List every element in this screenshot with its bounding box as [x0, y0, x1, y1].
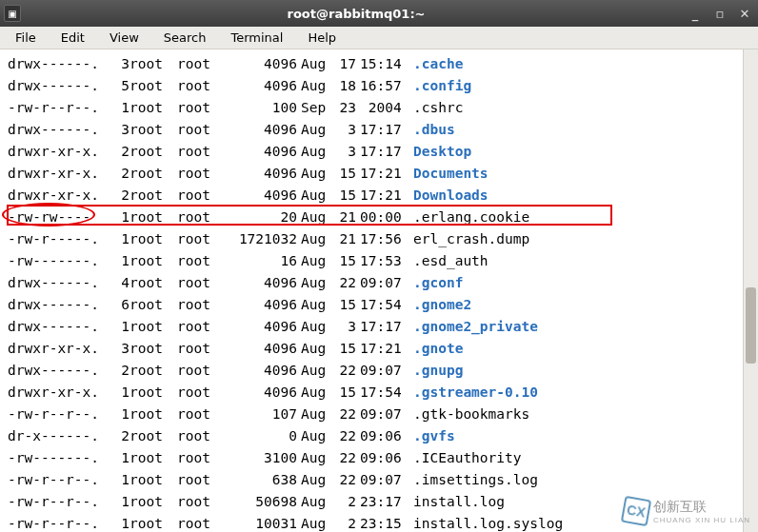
col-filename: .gvfs: [413, 425, 455, 447]
col-month: Aug: [301, 404, 335, 425]
col-links: 1: [110, 469, 130, 491]
close-button[interactable]: ✕: [735, 5, 754, 22]
col-time: 23:15: [360, 513, 413, 532]
col-month: Aug: [301, 141, 335, 163]
listing-row: drwx------.2 rootroot4096Aug2209:07.gnup…: [8, 360, 752, 382]
col-size: 4096: [225, 316, 301, 338]
titlebar[interactable]: ▣ root@rabbitmq01:~ _ ▫ ✕: [0, 0, 758, 27]
col-filename: .imsettings.log: [413, 469, 538, 491]
col-size: 10031: [225, 513, 301, 532]
col-day: 15: [335, 163, 360, 185]
col-links: 3: [110, 338, 130, 360]
col-day: 22: [335, 447, 360, 469]
col-size: 4096: [225, 163, 301, 185]
col-filename: .erlang.cookie: [413, 207, 529, 228]
col-filename: install.log: [413, 491, 505, 513]
scrollbar[interactable]: [743, 49, 758, 532]
col-filename: .esd_auth: [413, 250, 489, 272]
col-time: 17:54: [360, 382, 413, 404]
col-size: 638: [225, 469, 301, 491]
listing-row: drwx------.3 rootroot4096Aug1715:14.cach…: [8, 53, 752, 75]
col-size: 4096: [225, 338, 301, 360]
col-month: Aug: [301, 185, 335, 207]
col-group: root: [177, 316, 225, 338]
listing-row: drwx------.5 rootroot4096Aug1816:57.conf…: [8, 75, 752, 97]
col-owner: root: [130, 250, 177, 272]
col-month: Aug: [301, 294, 335, 316]
col-month: Aug: [301, 382, 335, 404]
col-size: 16: [225, 250, 301, 272]
col-month: Aug: [301, 469, 335, 491]
col-month: Aug: [301, 53, 335, 75]
window-title: root@rabbitmq01:~: [27, 7, 686, 21]
listing-row: dr-x------.2 rootroot0Aug2209:06.gvfs: [8, 425, 752, 447]
col-time: 00:00: [360, 207, 413, 228]
menu-terminal[interactable]: Terminal: [221, 29, 292, 47]
col-links: 1: [110, 228, 130, 250]
col-group: root: [177, 250, 225, 272]
col-day: 22: [335, 469, 360, 491]
col-time: 17:17: [360, 119, 413, 141]
menu-help[interactable]: Help: [298, 29, 346, 47]
col-size: 4096: [225, 141, 301, 163]
col-time: 09:07: [360, 360, 413, 382]
col-time: 17:17: [360, 141, 413, 163]
col-size: 4096: [225, 75, 301, 97]
col-owner: root: [130, 382, 177, 404]
col-links: 1: [110, 447, 130, 469]
col-filename: install.log.syslog: [413, 513, 563, 532]
col-month: Aug: [301, 272, 335, 294]
col-filename: .gnome2_private: [413, 316, 538, 338]
col-filename: .dbus: [413, 119, 455, 141]
col-size: 0: [225, 425, 301, 447]
col-time: 09:07: [360, 272, 413, 294]
col-perms: dr-x------.: [8, 425, 110, 447]
col-time: 2004: [360, 97, 413, 119]
col-size: 100: [225, 97, 301, 119]
listing-row: drwxr-xr-x.1 rootroot4096Aug1517:54.gstr…: [8, 382, 752, 404]
col-links: 1: [110, 207, 130, 228]
col-owner: root: [130, 207, 177, 228]
maximize-button[interactable]: ▫: [710, 5, 729, 22]
col-owner: root: [130, 360, 177, 382]
col-month: Aug: [301, 250, 335, 272]
col-owner: root: [130, 491, 177, 513]
col-size: 4096: [225, 53, 301, 75]
col-size: 4096: [225, 185, 301, 207]
col-links: 2: [110, 425, 130, 447]
col-perms: drwx------.: [8, 119, 110, 141]
menu-edit[interactable]: Edit: [51, 29, 94, 47]
col-owner: root: [130, 338, 177, 360]
col-owner: root: [130, 316, 177, 338]
col-filename: .gnote: [413, 338, 463, 360]
col-links: 2: [110, 360, 130, 382]
col-month: Aug: [301, 447, 335, 469]
col-size: 4096: [225, 119, 301, 141]
col-owner: root: [130, 185, 177, 207]
col-day: 22: [335, 272, 360, 294]
scrollbar-thumb[interactable]: [746, 287, 756, 364]
col-perms: -rw-------.: [8, 250, 110, 272]
col-day: 17: [335, 53, 360, 75]
col-owner: root: [130, 425, 177, 447]
col-time: 17:21: [360, 185, 413, 207]
minimize-button[interactable]: _: [686, 5, 705, 22]
col-perms: -rw-r--r--.: [8, 491, 110, 513]
col-group: root: [177, 425, 225, 447]
terminal-output[interactable]: drwx------.3 rootroot4096Aug1715:14.cach…: [0, 49, 758, 532]
col-group: root: [177, 163, 225, 185]
col-size: 4096: [225, 382, 301, 404]
col-day: 21: [335, 207, 360, 228]
menu-view[interactable]: View: [100, 29, 149, 47]
watermark-logo: CX: [621, 496, 651, 526]
col-filename: Documents: [413, 163, 489, 185]
menu-search[interactable]: Search: [154, 29, 216, 47]
col-group: root: [177, 53, 225, 75]
col-perms: drwxr-xr-x.: [8, 141, 110, 163]
col-links: 5: [110, 75, 130, 97]
menu-file[interactable]: File: [6, 29, 46, 47]
col-owner: root: [130, 97, 177, 119]
listing-row: -rw-r--r--.1 rootroot107Aug2209:07.gtk-b…: [8, 404, 752, 425]
col-time: 23:17: [360, 491, 413, 513]
col-day: 3: [335, 141, 360, 163]
